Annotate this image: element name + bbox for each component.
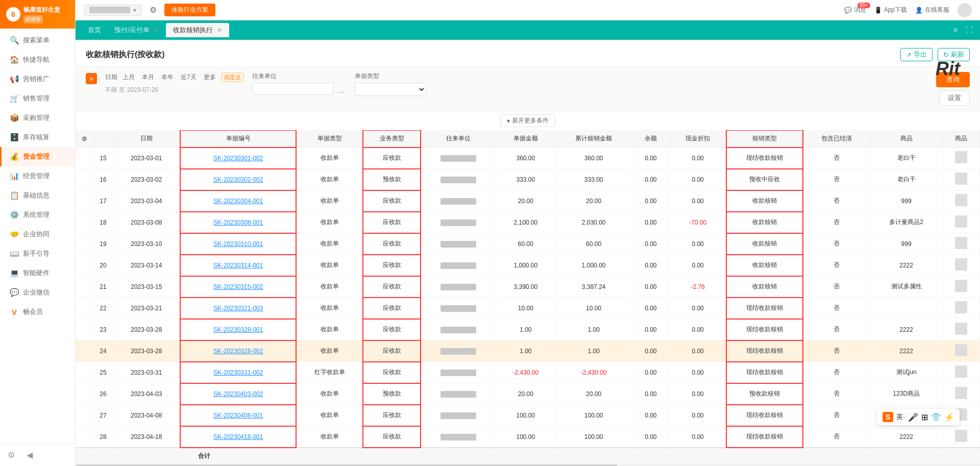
td-doc-no[interactable]: SK-20230403-002 <box>180 383 296 405</box>
tab-home[interactable]: 首页 <box>82 26 107 35</box>
sidebar-item-sales[interactable]: 🛒 销售管理 <box>0 89 75 108</box>
sidebar-item-basic[interactable]: 📋 基础信息 <box>0 186 75 205</box>
doc-no-link[interactable]: SK-20230304-001 <box>213 198 263 205</box>
sidebar-item-finance[interactable]: 💰 资金管理 <box>0 147 75 166</box>
sidebar-item-inventory[interactable]: 🗄️ 库存核算 <box>0 128 75 147</box>
td-settings[interactable] <box>76 148 94 169</box>
filter-date-7days[interactable]: 近7天 <box>179 72 199 83</box>
user-avatar[interactable] <box>958 3 972 17</box>
topbar-online-service[interactable]: 👤 在线客服 <box>915 6 949 14</box>
topbar-messages[interactable]: 💬 消息 99+ <box>844 6 866 14</box>
th-include-settled: 包含已结清 <box>803 130 870 148</box>
td-cancel-type: 预收款核销 <box>726 383 803 405</box>
sidebar-item-search[interactable]: 🔍 搜索菜单 <box>0 31 75 50</box>
doc-no-link[interactable]: SK-20230301-002 <box>213 155 263 162</box>
tab-prepay-close[interactable]: ✕ <box>154 27 159 34</box>
doc-no-link[interactable]: SK-20230403-002 <box>213 390 263 398</box>
filter-partner-input[interactable] <box>252 83 334 95</box>
doc-no-link[interactable]: SK-20230408-001 <box>213 412 263 419</box>
td-doc-no[interactable]: SK-20230301-002 <box>180 148 296 169</box>
doc-no-link[interactable]: SK-20230321-003 <box>213 305 263 312</box>
filter-doctype-select[interactable] <box>355 83 426 96</box>
filter-toggle-btn[interactable]: » <box>86 73 97 84</box>
td-settings[interactable] <box>76 319 94 340</box>
doc-no-link[interactable]: SK-20230328-001 <box>213 326 263 333</box>
td-doc-no[interactable]: SK-20230308-001 <box>180 212 296 233</box>
sidebar-item-member[interactable]: V 畅会员 <box>0 302 75 322</box>
watermark-text: 英· <box>896 412 905 422</box>
collapse-icon[interactable]: ◀ <box>22 448 37 462</box>
td-doc-no[interactable]: SK-20230321-003 <box>180 298 296 319</box>
td-settings[interactable] <box>76 212 94 233</box>
table-row: 272023-04-08SK-20230408-001收款单应收款100.001… <box>76 405 980 426</box>
sidebar-item-guide[interactable]: 📖 新手引导 <box>0 244 75 263</box>
sidebar-item-system[interactable]: ⚙️ 系统管理 <box>0 205 75 225</box>
sidebar-item-wechat[interactable]: 💬 企业微信 <box>0 283 75 302</box>
tab-close-all-icon[interactable]: ✕ <box>951 25 960 35</box>
td-cancel-type: 收款核销 <box>726 276 803 298</box>
td-settings[interactable] <box>76 362 94 383</box>
sidebar-item-quick[interactable]: 🏠 快捷导航 <box>0 50 75 69</box>
td-settings[interactable] <box>76 340 94 362</box>
sidebar-item-purchase[interactable]: 📦 采购管理 <box>0 108 75 128</box>
sidebar-item-marketing[interactable]: 📢 营销推广 <box>0 69 75 89</box>
doc-no-link[interactable]: SK-20230418-001 <box>213 433 263 440</box>
tab-expand-icon[interactable]: ⛶ <box>965 25 974 35</box>
doc-no-link[interactable]: SK-20230331-002 <box>213 369 263 376</box>
th-settings[interactable]: ⚙ <box>76 130 94 148</box>
th-cash-discount: 现金折扣 <box>669 130 726 148</box>
sidebar-item-operation[interactable]: 📊 经营管理 <box>0 166 75 186</box>
topbar-app-download[interactable]: 📱 App下载 <box>874 6 907 14</box>
filter-date-this-year[interactable]: 本年 <box>159 72 176 83</box>
tab-prepay[interactable]: 预付/应付单 ✕ <box>107 23 166 37</box>
filter-date-more[interactable]: 更多 <box>202 72 218 83</box>
topbar-gear-btn[interactable]: ⚙ <box>146 3 160 17</box>
company-selector[interactable]: ▾ <box>84 5 142 16</box>
industry-btn[interactable]: 体验行业方案 <box>164 4 215 16</box>
td-doc-no[interactable]: SK-20230328-002 <box>180 340 296 362</box>
filter-date-custom[interactable]: 自定义 <box>221 72 244 82</box>
td-settings[interactable] <box>76 383 94 405</box>
doc-no-link[interactable]: SK-20230310-001 <box>213 240 263 248</box>
doc-no-link[interactable]: SK-20230328-002 <box>213 348 263 355</box>
sidebar-item-hardware[interactable]: 💻 智能硬件 <box>0 263 75 283</box>
td-doc-no[interactable]: SK-20230302-002 <box>180 169 296 190</box>
td-doc-no[interactable]: SK-20230328-001 <box>180 319 296 340</box>
td-doc-no[interactable]: SK-20230418-001 <box>180 426 296 448</box>
td-settings[interactable] <box>76 405 94 426</box>
td-date: 2023-04-08 <box>112 405 180 426</box>
blurred-partner <box>440 434 476 440</box>
expand-more-btn[interactable]: ▾ 展开更多条件 <box>500 114 555 127</box>
doc-no-link[interactable]: SK-20230315-002 <box>213 283 263 290</box>
sidebar-item-corp[interactable]: 🤝 企业协同 <box>0 225 75 244</box>
td-doc-no[interactable]: SK-20230315-002 <box>180 276 296 298</box>
tab-receipt-cancel[interactable]: 收款核销执行 ✕ <box>166 23 229 37</box>
td-doc-no[interactable]: SK-20230408-001 <box>180 405 296 426</box>
doc-no-link[interactable]: SK-20230302-002 <box>213 176 263 183</box>
sidebar-footer: ⚙ ◀ <box>0 443 75 466</box>
td-amount: 1.00 <box>496 319 555 340</box>
td-doc-no[interactable]: SK-20230331-002 <box>180 362 296 383</box>
tab-receipt-cancel-close[interactable]: ✕ <box>217 27 222 34</box>
td-doc-type: 收款单 <box>296 233 363 255</box>
td-doc-no[interactable]: SK-20230314-001 <box>180 255 296 276</box>
td-settings[interactable] <box>76 169 94 190</box>
filter-date-last-month[interactable]: 上月 <box>120 72 137 83</box>
filter-date-this-month[interactable]: 本月 <box>140 72 156 83</box>
td-doc-type: 收款单 <box>296 383 363 405</box>
td-doc-no[interactable]: SK-20230310-001 <box>180 233 296 255</box>
td-settings[interactable] <box>76 190 94 212</box>
doc-no-link[interactable]: SK-20230308-001 <box>213 219 263 226</box>
settings-footer-icon[interactable]: ⚙ <box>4 448 18 462</box>
td-cancel-amount: 1.00 <box>555 340 632 362</box>
td-doc-no[interactable]: SK-20230304-001 <box>180 190 296 212</box>
td-settings[interactable] <box>76 298 94 319</box>
filter-settings-btn[interactable]: 设置 <box>939 90 970 106</box>
td-settings[interactable] <box>76 233 94 255</box>
td-settings[interactable] <box>76 426 94 448</box>
td-settings[interactable] <box>76 276 94 298</box>
td-settings[interactable] <box>76 255 94 276</box>
export-btn[interactable]: ↗ 导出 <box>900 48 933 61</box>
doc-no-link[interactable]: SK-20230314-001 <box>213 262 263 269</box>
filter-dots[interactable]: ... <box>336 86 347 95</box>
